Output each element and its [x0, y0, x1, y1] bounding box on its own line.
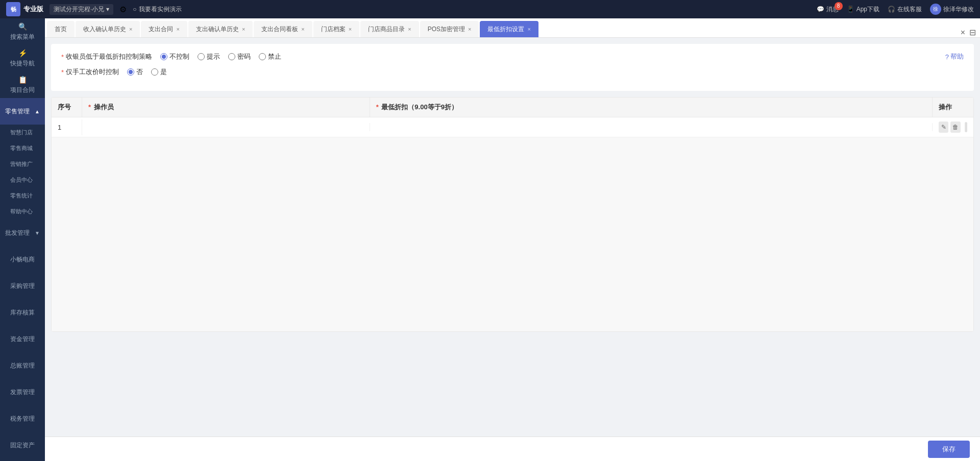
radio-no-control-label: 不控制 [169, 52, 189, 61]
tab-close-pos-password[interactable]: × [468, 27, 471, 32]
cashier-policy-options: 不控制 提示 密码 禁止 [160, 52, 281, 61]
radio-remind-input[interactable] [198, 53, 205, 60]
tab-home[interactable]: 首页 [47, 21, 75, 37]
ecommerce-label: 小畅电商 [10, 255, 35, 264]
tab-label-income: 收入确认单历史 [83, 25, 126, 34]
tab-close-min-discount[interactable]: × [527, 27, 530, 32]
chevron-down-icon: ▼ [35, 230, 40, 236]
sidebar-item-fixed-assets[interactable]: 固定资产 [0, 432, 45, 458]
tax-label: 税务管理 [10, 415, 35, 423]
demo-link[interactable]: ○ 我要看实例演示 [133, 5, 181, 14]
page-content: * 收银员低于最低折扣控制策略 不控制 提示 [45, 38, 980, 436]
tab-close-payment-board[interactable]: × [301, 27, 304, 32]
tab-bar-actions: × ⊟ [957, 28, 980, 37]
user-menu[interactable]: 徐 徐泽华修改 [930, 4, 974, 15]
table-empty-area [52, 137, 973, 331]
sidebar-item-purchase[interactable]: 采购管理 [0, 273, 45, 299]
table-scrollbar[interactable] [965, 122, 967, 132]
sidebar-item-project[interactable]: 📋 项目合同 [0, 71, 45, 98]
sidebar-item-invoice[interactable]: 发票管理 [0, 379, 45, 405]
app-download-button[interactable]: 📱 App下载 [847, 5, 879, 14]
radio-no-control-input[interactable] [160, 53, 167, 60]
radio-forbid[interactable]: 禁止 [259, 52, 281, 61]
sidebar-item-retail[interactable]: 零售管理 ▲ [0, 98, 45, 125]
project-name: 测试分开完程·小兄 [54, 5, 104, 14]
sidebar-item-help[interactable]: 帮助中心 [0, 204, 45, 220]
sidebar-item-tax[interactable]: 税务管理 [0, 405, 45, 432]
project-selector[interactable]: 测试分开完程·小兄 ▾ [50, 4, 113, 15]
radio-password-input[interactable] [228, 53, 235, 60]
tab-menu-icon[interactable]: ⊟ [969, 28, 976, 37]
sidebar-item-inventory[interactable]: 库存核算 [0, 299, 45, 326]
app-download-label: App下载 [856, 5, 879, 14]
td-actions-1: ✎ 🗑 [933, 117, 973, 137]
invoice-label: 发票管理 [10, 388, 35, 397]
sidebar-item-salary[interactable]: 工资 [0, 458, 45, 461]
sidebar-item-ledger[interactable]: 总账管理 [0, 352, 45, 379]
delete-row-button[interactable]: 🗑 [950, 122, 960, 133]
tab-income-confirm[interactable]: 收入确认单历史 × [76, 21, 140, 37]
tab-close-payment-confirm[interactable]: × [242, 27, 245, 32]
sidebar-item-label-search: 搜索菜单 [10, 33, 35, 41]
tab-close-store-file[interactable]: × [349, 27, 352, 32]
sidebar-item-wholesale[interactable]: 批发管理 ▼ [0, 220, 45, 246]
tab-min-discount[interactable]: 最低折扣设置 × [480, 21, 538, 37]
tab-label-home: 首页 [55, 25, 67, 34]
radio-manual-yes-input[interactable] [151, 68, 158, 76]
sidebar: 🔍 搜索菜单 ⚡ 快捷导航 📋 项目合同 零售管理 ▲ 智慧门店 零售商城 营销… [0, 18, 45, 461]
tab-store-file[interactable]: 门店档案 × [313, 21, 359, 37]
cashier-policy-label: * 收银员低于最低折扣控制策略 [61, 52, 152, 61]
radio-manual-yes[interactable]: 是 [151, 67, 167, 77]
content-area: 首页 收入确认单历史 × 支出合同 × 支出确认单历史 × 支出合同看板 × 门… [45, 18, 980, 461]
sidebar-item-member[interactable]: 会员中心 [0, 172, 45, 188]
radio-forbid-input[interactable] [259, 53, 266, 60]
radio-manual-yes-label: 是 [160, 67, 167, 77]
tab-close-all-icon[interactable]: × [961, 28, 965, 37]
table-header: 序号 * 操作员 * 最低折扣（9.00等于9折） 操作 [52, 98, 973, 117]
bottom-bar: 保存 [45, 436, 980, 461]
radio-manual-no-input[interactable] [127, 68, 134, 76]
tab-bar: 首页 收入确认单历史 × 支出合同 × 支出确认单历史 × 支出合同看板 × 门… [45, 18, 980, 38]
sidebar-item-retail-stats[interactable]: 零售统计 [0, 188, 45, 204]
edit-row-button[interactable]: ✎ [939, 122, 948, 133]
radio-forbid-label: 禁止 [268, 52, 281, 61]
sidebar-item-label-quick: 快捷导航 [10, 59, 35, 68]
gear-icon: ⚙ [119, 5, 127, 14]
chevron-up-icon: ▲ [35, 109, 40, 114]
tab-close-store-goods[interactable]: × [408, 27, 411, 32]
tab-payment-board[interactable]: 支出合同看板 × [254, 21, 312, 37]
online-service-button[interactable]: 🎧 在线客服 [888, 5, 922, 14]
tab-pos-password[interactable]: POS加密管理 × [420, 21, 479, 37]
sidebar-item-retail-mall[interactable]: 零售商城 [0, 140, 45, 156]
radio-password[interactable]: 密码 [228, 52, 251, 61]
contract-icon: 📋 [18, 76, 27, 84]
cashier-policy-row: * 收银员低于最低折扣控制策略 不控制 提示 [61, 52, 964, 61]
settings-button[interactable]: ⚙ [119, 5, 127, 14]
radio-manual-no[interactable]: 否 [127, 67, 143, 77]
save-button[interactable]: 保存 [928, 441, 970, 458]
sidebar-item-quick-nav[interactable]: ⚡ 快捷导航 [0, 45, 45, 71]
th-discount: * 最低折扣（9.00等于9折） [370, 98, 933, 117]
tab-store-goods[interactable]: 门店商品目录 × [360, 21, 419, 37]
discount-table: 序号 * 操作员 * 最低折扣（9.00等于9折） 操作 [51, 97, 974, 332]
circle-icon: ○ [133, 6, 136, 13]
sidebar-item-search[interactable]: 🔍 搜索菜单 [0, 18, 45, 45]
online-service-label: 在线客服 [897, 5, 922, 14]
wholesale-label: 批发管理 [5, 229, 30, 237]
chevron-down-icon: ▾ [106, 6, 109, 13]
sidebar-item-smart-store[interactable]: 智慧门店 [0, 125, 45, 140]
radio-remind[interactable]: 提示 [198, 52, 220, 61]
sidebar-item-ecommerce[interactable]: 小畅电商 [0, 246, 45, 273]
message-button[interactable]: 💬 消息 8 [817, 5, 839, 14]
tab-payment-contract[interactable]: 支出合同 × [141, 21, 187, 37]
help-link[interactable]: ? 帮助 [945, 52, 964, 61]
sidebar-item-marketing[interactable]: 营销推广 [0, 156, 45, 172]
tab-close-payment-contract[interactable]: × [176, 27, 179, 32]
purchase-label: 采购管理 [10, 282, 35, 290]
tab-close-income[interactable]: × [129, 27, 132, 32]
message-icon: 💬 [817, 6, 824, 13]
radio-no-control[interactable]: 不控制 [160, 52, 189, 61]
th-actions: 操作 [933, 98, 973, 117]
tab-payment-confirm[interactable]: 支出确认单历史 × [188, 21, 253, 37]
sidebar-item-finance[interactable]: 资金管理 [0, 326, 45, 352]
